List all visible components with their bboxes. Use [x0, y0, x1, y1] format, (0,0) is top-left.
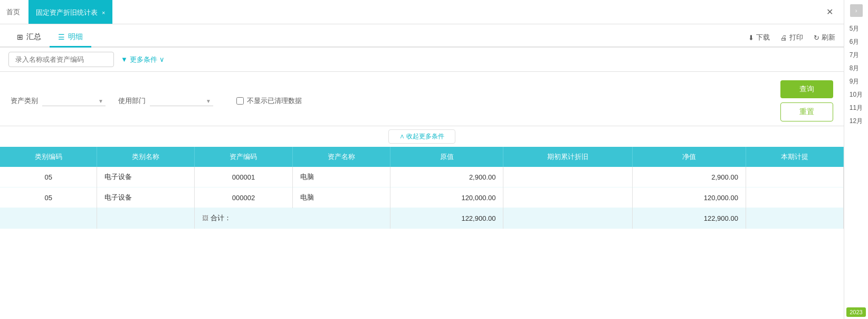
table-header-row: 类别编码 类别名称 资产编码 资产名称 原值 期初累计折旧 净值 本期计提	[0, 147, 844, 167]
dept-select[interactable]	[150, 96, 213, 106]
sub-tabs-bar: ⊞ 汇总 ☰ 明细 ⬇ 下载 🖨 打印 ↻ 刷新	[0, 24, 844, 48]
table-row: 05 电子设备 000001 电脑 2,900.00 2,900.00	[0, 167, 844, 187]
print-icon: 🖨	[780, 34, 787, 42]
tab-summary-label: 汇总	[26, 32, 41, 42]
table-row: 05 电子设备 000002 电脑 120,000.00 120,000.00	[0, 187, 844, 208]
tab-close-icon[interactable]: ×	[102, 10, 105, 16]
download-icon: ⬇	[748, 34, 754, 42]
cell-current-depreciation	[746, 167, 843, 187]
month-item[interactable]: 11月	[848, 101, 864, 115]
toolbar-right: ⬇ 下载 🖨 打印 ↻ 刷新	[748, 33, 835, 46]
search-input[interactable]	[8, 52, 114, 67]
cell-asset-name: 电脑	[292, 187, 390, 208]
collapse-button[interactable]: ∧ 收起更多条件	[388, 129, 455, 144]
summary-icon: ⊞	[17, 33, 23, 41]
print-button[interactable]: 🖨 打印	[780, 33, 803, 42]
cell-accumulated-depreciation	[503, 167, 632, 187]
cell-category-code: 05	[0, 187, 97, 208]
query-button[interactable]: 查询	[780, 80, 833, 98]
month-item[interactable]: 7月	[848, 49, 864, 62]
cell-net-value: 2,900.00	[632, 167, 746, 187]
refresh-button[interactable]: ↻ 刷新	[814, 33, 835, 42]
main-tab[interactable]: 固定资产折旧统计表 ×	[28, 0, 112, 24]
refresh-label: 刷新	[822, 33, 835, 42]
col-category-name: 类别名称	[97, 147, 195, 167]
month-item[interactable]: 6月	[848, 35, 864, 49]
total-current-depreciation	[746, 208, 843, 229]
download-label: 下载	[756, 33, 770, 42]
year-badge: 2023	[846, 307, 865, 317]
window-close-button[interactable]: ✕	[822, 5, 837, 19]
month-item[interactable]: 10月	[848, 88, 864, 101]
col-net-value: 净值	[632, 147, 746, 167]
panel-arrow-button[interactable]: ›	[850, 4, 863, 17]
col-asset-code: 资产编码	[195, 147, 292, 167]
tab-detail-label: 明细	[68, 32, 83, 42]
month-item[interactable]: 12月	[848, 115, 864, 128]
filter-label: 更多条件	[130, 55, 157, 64]
print-label: 打印	[789, 33, 803, 42]
total-label: 🖼合计：	[195, 208, 390, 229]
cell-original-value: 2,900.00	[390, 167, 503, 187]
asset-type-label: 资产类别	[11, 96, 38, 106]
dept-field: 使用部门 ▼	[118, 96, 213, 106]
asset-type-select-wrapper: ▼	[42, 96, 106, 106]
month-item[interactable]: 8月	[848, 62, 864, 75]
col-current-depreciation: 本期计提	[746, 147, 843, 167]
asset-type-select[interactable]	[42, 96, 106, 106]
tab-detail[interactable]: ☰ 明细	[50, 32, 91, 48]
download-button[interactable]: ⬇ 下载	[748, 33, 770, 42]
cell-accumulated-depreciation	[503, 187, 632, 208]
total-net-value: 122,900.00	[632, 208, 746, 229]
right-panel: › 5月6月7月8月9月10月11月12月 2023	[844, 0, 868, 319]
reset-button[interactable]: 重置	[780, 102, 833, 121]
collapse-bar: ∧ 收起更多条件	[0, 126, 844, 147]
cell-asset-code: 000001	[195, 167, 292, 187]
col-original-value: 原值	[390, 147, 503, 167]
more-filters-button[interactable]: ▼ 更多条件 ∨	[121, 55, 165, 64]
dept-select-wrapper: ▼	[150, 96, 213, 106]
filter-icon: ▼	[121, 55, 128, 63]
col-category-code: 类别编码	[0, 147, 97, 167]
col-asset-name: 资产名称	[292, 147, 390, 167]
month-item[interactable]: 5月	[848, 22, 864, 35]
top-nav: 首页 固定资产折旧统计表 × ✕	[0, 0, 844, 24]
month-list: 5月6月7月8月9月10月11月12月	[848, 22, 864, 128]
cell-category-name: 电子设备	[97, 187, 195, 208]
cell-current-depreciation	[746, 187, 843, 208]
table-total-row: 🖼合计： 122,900.00 122,900.00	[0, 208, 844, 229]
tab-label: 固定资产折旧统计表	[36, 8, 98, 17]
cell-original-value: 120,000.00	[390, 187, 503, 208]
cleared-data-label: 不显示已清理数据	[247, 96, 302, 106]
total-original-value: 122,900.00	[390, 208, 503, 229]
dept-label: 使用部门	[118, 96, 146, 106]
filter-buttons: 查询 重置	[780, 80, 833, 121]
data-table-area: 类别编码 类别名称 资产编码 资产名称 原值 期初累计折旧 净值 本期计提 05…	[0, 147, 844, 319]
search-bar: 🔍 ▼ 更多条件 ∨	[0, 48, 844, 72]
home-link[interactable]: 首页	[6, 7, 28, 17]
col-accumulated-depreciation: 期初累计折旧	[503, 147, 632, 167]
month-item[interactable]: 9月	[848, 75, 864, 88]
cell-asset-name: 电脑	[292, 167, 390, 187]
detail-icon: ☰	[58, 33, 65, 41]
data-table: 类别编码 类别名称 资产编码 资产名称 原值 期初累计折旧 净值 本期计提 05…	[0, 147, 844, 229]
cell-asset-code: 000002	[195, 187, 292, 208]
total-accumulated-depreciation	[503, 208, 632, 229]
tab-summary[interactable]: ⊞ 汇总	[8, 32, 50, 48]
cleared-data-checkbox-wrapper: 不显示已清理数据	[236, 96, 302, 106]
asset-type-field: 资产类别 ▼	[11, 96, 106, 106]
advanced-filter: 资产类别 ▼ 使用部门 ▼ 不显示已清理数	[0, 72, 844, 126]
filter-row: 资产类别 ▼ 使用部门 ▼ 不显示已清理数	[11, 80, 833, 121]
cell-net-value: 120,000.00	[632, 187, 746, 208]
chevron-down-icon: ∨	[159, 55, 165, 63]
refresh-icon: ↻	[814, 34, 819, 42]
cell-category-code: 05	[0, 167, 97, 187]
cell-category-name: 电子设备	[97, 167, 195, 187]
cleared-data-checkbox[interactable]	[236, 97, 244, 105]
